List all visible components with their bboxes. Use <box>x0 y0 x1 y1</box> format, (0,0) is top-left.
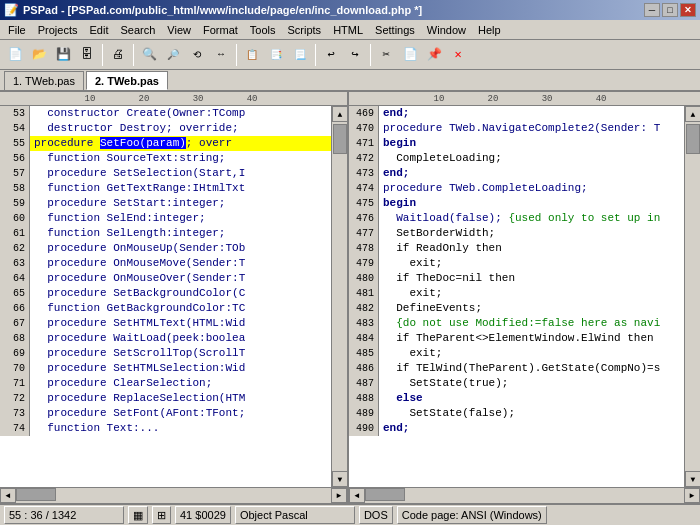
undo-button[interactable]: ↩ <box>320 44 342 66</box>
right-line-470[interactable]: 470procedure TWeb.NavigateComplete2(Send… <box>349 121 684 136</box>
scroll-down-btn[interactable]: ▼ <box>332 471 347 487</box>
left-line-54[interactable]: 54 destructor Destroy; override; <box>0 121 331 136</box>
left-line-53[interactable]: 53 constructor Create(Owner:TComp <box>0 106 331 121</box>
menu-file[interactable]: File <box>2 22 32 38</box>
right-line-473[interactable]: 473end; <box>349 166 684 181</box>
menu-html[interactable]: HTML <box>327 22 369 38</box>
right-line-485[interactable]: 485 exit; <box>349 346 684 361</box>
right-line-471[interactable]: 471begin <box>349 136 684 151</box>
minimize-button[interactable]: ─ <box>644 3 660 17</box>
right-scroll-thumb[interactable] <box>686 124 700 154</box>
open-button[interactable]: 📂 <box>28 44 50 66</box>
menu-scripts[interactable]: Scripts <box>282 22 328 38</box>
menu-format[interactable]: Format <box>197 22 244 38</box>
tab-2[interactable]: 2. TWeb.pas <box>86 71 168 90</box>
save-button[interactable]: 💾 <box>52 44 74 66</box>
right-line-484[interactable]: 484 if TheParent<>ElementWindow.ElWind t… <box>349 331 684 346</box>
right-line-475[interactable]: 475begin <box>349 196 684 211</box>
left-line-72[interactable]: 72 procedure ReplaceSelection(HTM <box>0 391 331 406</box>
left-line-60[interactable]: 60 function SelEnd:integer; <box>0 211 331 226</box>
right-line-489[interactable]: 489 SetState(false); <box>349 406 684 421</box>
h-scroll-left-btn[interactable]: ◄ <box>0 488 16 503</box>
left-line-57[interactable]: 57 procedure SetSelection(Start,I <box>0 166 331 181</box>
menu-view[interactable]: View <box>161 22 197 38</box>
restore-button[interactable]: □ <box>662 3 678 17</box>
new-button[interactable]: 📄 <box>4 44 26 66</box>
paste-button[interactable]: 📌 <box>423 44 445 66</box>
goto-button[interactable]: ↔ <box>210 44 232 66</box>
right-line-481[interactable]: 481 exit; <box>349 286 684 301</box>
right-h-scroll-right-btn[interactable]: ► <box>684 488 700 503</box>
right-line-477[interactable]: 477 SetBorderWidth; <box>349 226 684 241</box>
scroll-up-btn[interactable]: ▲ <box>332 106 347 122</box>
clip3-button[interactable]: 📃 <box>289 44 311 66</box>
left-line-58[interactable]: 58 function GetTextRange:IHtmlTxt <box>0 181 331 196</box>
copy-button[interactable]: 📄 <box>399 44 421 66</box>
right-line-480[interactable]: 480 if TheDoc=nil then <box>349 271 684 286</box>
right-code-scroll[interactable]: 469end;470procedure TWeb.NavigateComplet… <box>349 106 684 487</box>
right-h-scroll-thumb[interactable] <box>365 488 405 501</box>
replace-button[interactable]: ⟲ <box>186 44 208 66</box>
right-line-487[interactable]: 487 SetState(true); <box>349 376 684 391</box>
clip2-button[interactable]: 📑 <box>265 44 287 66</box>
left-line-70[interactable]: 70 procedure SetHTMLSelection:Wid <box>0 361 331 376</box>
left-pane: 10 20 30 40 53 constructor Create(Owner:… <box>0 92 349 503</box>
scroll-thumb[interactable] <box>333 124 347 154</box>
cut-button[interactable]: ✂ <box>375 44 397 66</box>
line-number: 57 <box>0 166 30 181</box>
tab-1[interactable]: 1. TWeb.pas <box>4 71 84 90</box>
left-line-61[interactable]: 61 function SelLength:integer; <box>0 226 331 241</box>
save-all-button[interactable]: 🗄 <box>76 44 98 66</box>
left-line-67[interactable]: 67 procedure SetHTMLText(HTML:Wid <box>0 316 331 331</box>
close-button[interactable]: ✕ <box>680 3 696 17</box>
right-line-490[interactable]: 490end; <box>349 421 684 436</box>
menu-edit[interactable]: Edit <box>83 22 114 38</box>
right-h-scrollbar[interactable]: ◄ ► <box>349 487 700 503</box>
right-line-486[interactable]: 486 if TElWind(TheParent).GetState(CompN… <box>349 361 684 376</box>
menu-help[interactable]: Help <box>472 22 507 38</box>
right-line-469[interactable]: 469end; <box>349 106 684 121</box>
right-line-488[interactable]: 488 else <box>349 391 684 406</box>
right-scroll-up-btn[interactable]: ▲ <box>685 106 700 122</box>
left-line-73[interactable]: 73 procedure SetFont(AFont:TFont; <box>0 406 331 421</box>
right-line-478[interactable]: 478 if ReadOnly then <box>349 241 684 256</box>
left-line-65[interactable]: 65 procedure SetBackgroundColor(C <box>0 286 331 301</box>
left-line-64[interactable]: 64 procedure OnMouseOver(Sender:T <box>0 271 331 286</box>
left-line-59[interactable]: 59 procedure SetStart:integer; <box>0 196 331 211</box>
print-button[interactable]: 🖨 <box>107 44 129 66</box>
left-line-63[interactable]: 63 procedure OnMouseMove(Sender:T <box>0 256 331 271</box>
menu-search[interactable]: Search <box>114 22 161 38</box>
left-line-74[interactable]: 74 function Text:... <box>0 421 331 436</box>
right-line-474[interactable]: 474procedure TWeb.CompleteLoading; <box>349 181 684 196</box>
left-line-68[interactable]: 68 procedure WaitLoad(peek:boolea <box>0 331 331 346</box>
right-line-483[interactable]: 483 {do not use Modified:=false here as … <box>349 316 684 331</box>
left-line-62[interactable]: 62 procedure OnMouseUp(Sender:TOb <box>0 241 331 256</box>
menu-projects[interactable]: Projects <box>32 22 84 38</box>
left-v-scrollbar[interactable]: ▲ ▼ <box>331 106 347 487</box>
right-line-482[interactable]: 482 DefineEvents; <box>349 301 684 316</box>
right-scroll-down-btn[interactable]: ▼ <box>685 471 700 487</box>
left-line-71[interactable]: 71 procedure ClearSelection; <box>0 376 331 391</box>
delete-button[interactable]: ✕ <box>447 44 469 66</box>
left-line-69[interactable]: 69 procedure SetScrollTop(ScrollT <box>0 346 331 361</box>
right-line-476[interactable]: 476 Waitload(false); {used only to set u… <box>349 211 684 226</box>
right-line-472[interactable]: 472 CompleteLoading; <box>349 151 684 166</box>
left-line-55[interactable]: 55procedure SetFoo(param); overr <box>0 136 331 151</box>
clip1-button[interactable]: 📋 <box>241 44 263 66</box>
right-v-scrollbar[interactable]: ▲ ▼ <box>684 106 700 487</box>
menu-tools[interactable]: Tools <box>244 22 282 38</box>
h-scroll-right-btn[interactable]: ► <box>331 488 347 503</box>
right-h-scroll-left-btn[interactable]: ◄ <box>349 488 365 503</box>
right-line-479[interactable]: 479 exit; <box>349 256 684 271</box>
redo-button[interactable]: ↪ <box>344 44 366 66</box>
left-line-66[interactable]: 66 function GetBackgroundColor:TC <box>0 301 331 316</box>
left-h-scrollbar[interactable]: ◄ ► <box>0 487 347 503</box>
find-next-button[interactable]: 🔎 <box>162 44 184 66</box>
menu-window[interactable]: Window <box>421 22 472 38</box>
line-number: 482 <box>349 301 379 316</box>
left-code-scroll[interactable]: 53 constructor Create(Owner:TComp54 dest… <box>0 106 331 487</box>
h-scroll-thumb[interactable] <box>16 488 56 501</box>
search-button[interactable]: 🔍 <box>138 44 160 66</box>
menu-settings[interactable]: Settings <box>369 22 421 38</box>
left-line-56[interactable]: 56 function SourceText:string; <box>0 151 331 166</box>
